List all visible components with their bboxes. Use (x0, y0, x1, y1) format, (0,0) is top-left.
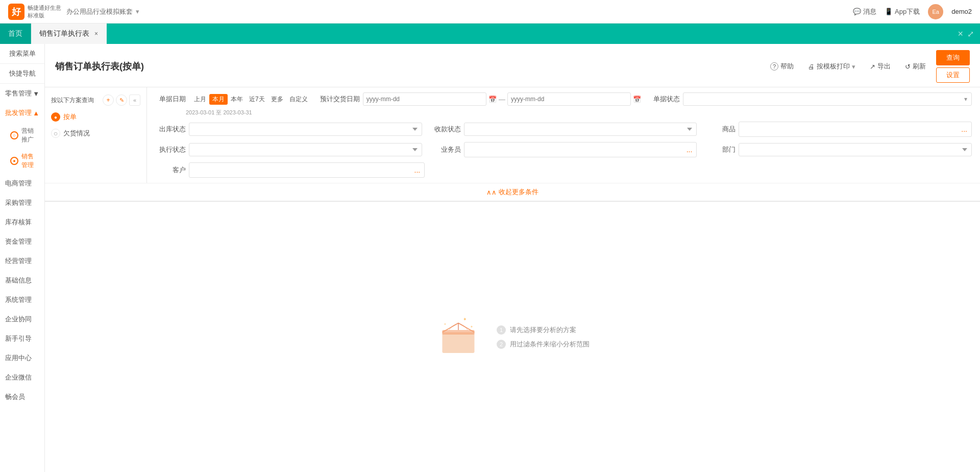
collapse-bar[interactable]: ∧∧ 收起更多条件 (45, 183, 980, 201)
tip-1-number: 1 (497, 325, 506, 335)
period-custom[interactable]: 自定义 (286, 93, 311, 105)
sidebar-item-vip[interactable]: 畅会员 (0, 387, 44, 407)
execution-status-select[interactable] (189, 143, 422, 156)
sidebar-item-system[interactable]: 系统管理 (0, 290, 44, 310)
period-more[interactable]: 更多 (268, 93, 286, 105)
goods-ellipsis-icon[interactable]: ... (961, 125, 967, 133)
period-this-year[interactable]: 本年 (228, 93, 246, 105)
period-last-month[interactable]: 上月 (191, 93, 209, 105)
marketing-dot-icon: ○ (10, 131, 18, 139)
sidebar-item-purchase[interactable]: 采购管理 (0, 193, 44, 213)
scheme-by-order-icon: ● (51, 112, 60, 122)
sidebar-item-wholesale[interactable]: 批发管理 ▲ (0, 103, 44, 123)
message-button[interactable]: 💬 消息 (853, 7, 876, 16)
status-dropdown[interactable]: ▾ (683, 92, 972, 106)
date-hint: 2023-03-01 至 2023-03-31 (155, 109, 972, 116)
tabbar-right: × ⤢ (958, 23, 980, 44)
page-header: 销售订单执行表(按单) ? 帮助 🖨 按模板打印 ▾ ↗ 导出 ↺ 刷新 (45, 44, 980, 87)
maximize-icon[interactable]: ⤢ (967, 29, 974, 39)
scheme-collapse-button[interactable]: « (129, 95, 140, 106)
message-icon: 💬 (853, 8, 861, 15)
tab-home[interactable]: 首页 (0, 23, 31, 44)
sidebar-item-search-menu[interactable]: 搜索菜单 (0, 44, 44, 64)
help-button[interactable]: ? 帮助 (766, 60, 798, 73)
filter-row-4: 客户 ... (155, 162, 972, 178)
scheme-header-actions: + ✎ « (103, 95, 140, 106)
scheme-item-arrears[interactable]: ○ 欠货情况 (45, 125, 146, 141)
filter-panel: 按以下方案查询 + ✎ « ● 按单 ○ 欠货情况 (45, 87, 980, 202)
scheme-arrears-icon: ○ (51, 129, 60, 138)
scheme-add-button[interactable]: + (103, 95, 114, 106)
sidebar-item-finance[interactable]: 资金管理 (0, 232, 44, 251)
scheme-item-by-order[interactable]: ● 按单 (45, 109, 146, 125)
delivery-date-range: 📅 — 📅 (363, 92, 642, 106)
delivery-status-field: 出库状态 (155, 123, 422, 136)
settings-button[interactable]: 设置 (936, 67, 970, 83)
collapse-up-icon: ∧∧ (486, 188, 497, 196)
svg-text:✦: ✦ (444, 322, 447, 326)
delivery-date-from[interactable] (363, 92, 486, 106)
logo-area[interactable]: 好 畅捷通好生意 标准版 (8, 4, 61, 20)
app-icon: 📱 (885, 8, 893, 15)
main-layout: 搜索菜单 快捷导航 零售管理 ▼ 批发管理 ▲ ○ 营销推广 ● 销售管理 电商… (0, 44, 980, 472)
delivery-date-to[interactable] (507, 92, 631, 106)
sidebar-item-newbie[interactable]: 新手引导 (0, 329, 44, 348)
expected-delivery-field: 预计交货日期 📅 — 📅 (319, 92, 642, 106)
tab-close-icon[interactable]: × (94, 30, 98, 37)
period-this-month[interactable]: 本月 (209, 94, 228, 105)
sidebar-sub-item-marketing[interactable]: ○ 营销推广 (0, 123, 44, 148)
execution-status-field: 执行状态 (155, 143, 422, 156)
salesperson-ellipsis-icon[interactable]: ... (687, 146, 693, 154)
payment-status-select[interactable] (464, 123, 697, 136)
sidebar-item-wxwork[interactable]: 企业微信 (0, 368, 44, 387)
filter-row-2: 出库状态 收款状态 商品 ... (155, 122, 972, 137)
print-dropdown-icon[interactable]: ▾ (852, 63, 855, 70)
breadcrumb-dropdown-icon[interactable]: ▾ (136, 8, 139, 15)
content-area: 销售订单执行表(按单) ? 帮助 🖨 按模板打印 ▾ ↗ 导出 ↺ 刷新 (45, 44, 980, 472)
export-button[interactable]: ↗ 导出 (866, 60, 895, 73)
topbar-left: 好 畅捷通好生意 标准版 办公用品行业模拟账套 ▾ (8, 4, 139, 20)
refresh-button[interactable]: ↺ 刷新 (901, 60, 930, 73)
svg-text:✦: ✦ (463, 317, 467, 322)
filter-fields: 单据日期 上月 本月 本年 近7天 更多 自定义 (147, 87, 980, 183)
print-button[interactable]: 🖨 按模板打印 ▾ (804, 60, 860, 73)
tab-sales-order[interactable]: 销售订单执行表 × (31, 23, 107, 44)
sidebar-item-basic[interactable]: 基础信息 (0, 271, 44, 290)
sidebar-item-appstore[interactable]: 应用中心 (0, 348, 44, 368)
filter-row-3: 执行状态 业务员 ... 部门 (155, 142, 972, 157)
close-window-icon[interactable]: × (958, 29, 963, 39)
period-last-7-days[interactable]: 近7天 (246, 93, 268, 105)
sidebar-item-enterprise[interactable]: 企业协同 (0, 310, 44, 329)
sidebar-item-quick-nav[interactable]: 快捷导航 (0, 64, 44, 84)
app-download-button[interactable]: 📱 App下载 (885, 7, 920, 16)
tip-2-number: 2 (497, 340, 506, 349)
sidebar-item-operation[interactable]: 经营管理 (0, 251, 44, 271)
scheme-header: 按以下方案查询 + ✎ « (45, 91, 146, 109)
user-name[interactable]: demo2 (951, 8, 972, 15)
goods-input[interactable]: ... (739, 122, 972, 137)
delivery-status-select[interactable] (189, 123, 422, 136)
department-select[interactable] (739, 143, 972, 156)
sidebar-item-retail[interactable]: 零售管理 ▼ (0, 84, 44, 103)
scheme-edit-button[interactable]: ✎ (116, 95, 127, 106)
sidebar-sub-item-sales[interactable]: ● 销售管理 (0, 148, 44, 174)
status-field: 单据状态 ▾ (649, 92, 972, 106)
tabbar: 首页 销售订单执行表 × × ⤢ (0, 23, 980, 44)
filter-row-top: 按以下方案查询 + ✎ « ● 按单 ○ 欠货情况 (45, 87, 980, 183)
customer-ellipsis-icon[interactable]: ... (414, 166, 421, 174)
calendar-from-icon[interactable]: 📅 (488, 96, 497, 103)
empty-tip-2: 2 用过滤条件来缩小分析范围 (497, 340, 590, 349)
date-period-buttons: 上月 本月 本年 近7天 更多 自定义 (191, 93, 311, 105)
topbar: 好 畅捷通好生意 标准版 办公用品行业模拟账套 ▾ 💬 消息 📱 App下载 E… (0, 0, 980, 23)
logo-icon: 好 (8, 4, 24, 20)
customer-input[interactable]: ... (189, 162, 425, 178)
salesperson-input[interactable]: ... (464, 142, 697, 157)
empty-illustration: ✦ ✦ ✦ (435, 312, 486, 363)
customer-field: 客户 ... (155, 162, 425, 178)
print-icon: 🖨 (808, 63, 815, 70)
sidebar-item-ecommerce[interactable]: 电商管理 (0, 174, 44, 193)
logo-text: 畅捷通好生意 标准版 (28, 4, 61, 19)
query-button[interactable]: 查询 (936, 50, 970, 65)
calendar-to-icon[interactable]: 📅 (633, 96, 641, 103)
sidebar-item-inventory[interactable]: 库存核算 (0, 213, 44, 232)
